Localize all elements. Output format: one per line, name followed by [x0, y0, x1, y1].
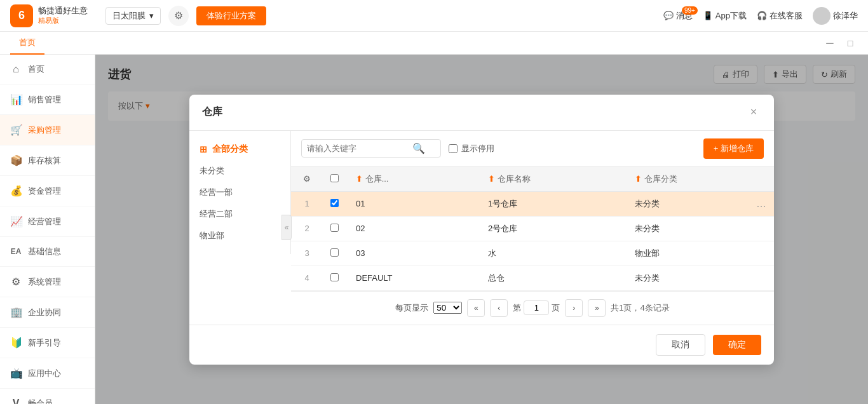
tab-home-label: 首页 — [19, 37, 36, 48]
sidebar-label-app-center: 应用中心 — [28, 368, 61, 379]
online-service-action[interactable]: 🎧 在线客服 — [757, 10, 803, 22]
category-item-unclassified[interactable]: 未分类 — [189, 160, 290, 182]
row-code: DEFAULT — [348, 266, 480, 290]
row-category: 物业部 — [627, 241, 774, 266]
store-selector[interactable]: 日太阳膜 ▾ — [105, 7, 161, 25]
col-name: ⬆ 仓库名称 — [480, 167, 627, 192]
sidebar-item-sales[interactable]: 📊 销售管理 — [0, 84, 95, 115]
minimize-button[interactable]: ─ — [822, 36, 837, 51]
user-action[interactable]: 徐泽华 — [813, 7, 858, 25]
sidebar-item-purchase[interactable]: 🛒 采购管理 — [0, 115, 95, 145]
category-item-dept1[interactable]: 经营一部 — [189, 182, 290, 203]
confirm-button[interactable]: 确定 — [713, 335, 761, 355]
purchase-icon: 🛒 — [10, 124, 22, 136]
table-row[interactable]: 3 03 水 物业部 — [291, 241, 774, 266]
sidebar-label-enterprise: 企业协同 — [28, 307, 61, 318]
collapse-category-button[interactable]: « — [281, 215, 292, 240]
table-header: ⚙ ⬆ 仓库... — [291, 167, 774, 192]
per-page-select[interactable]: 50 100 200 — [433, 302, 462, 314]
row-code: 01 — [348, 191, 480, 216]
row-checkbox[interactable] — [330, 199, 339, 207]
show-disabled-checkbox-label: 显示停用 — [449, 143, 494, 154]
logo-text-area: 畅捷通好生意 精易版 — [38, 6, 88, 26]
modal-close-button[interactable]: × — [746, 105, 761, 120]
sidebar-label-finance: 资金管理 — [28, 185, 61, 197]
search-input-wrapper: 🔍 — [301, 139, 441, 158]
page-input-group: 第 页 — [513, 300, 560, 315]
system-icon: ⚙ — [10, 276, 22, 288]
next-page-button[interactable]: › — [565, 299, 583, 317]
modal-footer: 取消 确定 — [189, 325, 774, 365]
app-subtext: 精易版 — [38, 16, 88, 25]
prev-page-button[interactable]: ‹ — [490, 299, 508, 317]
message-action[interactable]: 💬 消息 99+ — [663, 10, 693, 22]
row-checkbox-col — [323, 216, 348, 241]
user-avatar — [813, 7, 831, 25]
sidebar-label-purchase: 采购管理 — [28, 125, 61, 136]
category-item-dept2[interactable]: 经营二部 — [189, 203, 290, 225]
sidebar-label-sales: 销售管理 — [28, 94, 61, 105]
row-checkbox[interactable] — [330, 224, 339, 232]
row-settings-col: 3 — [291, 241, 323, 266]
page-unit: 页 — [552, 302, 560, 314]
modal-overlay: 仓库 × ⊞ 全部分类 — [95, 55, 868, 404]
trial-button[interactable]: 体验行业方案 — [196, 6, 266, 25]
row-num: 1 — [304, 199, 309, 208]
select-all-checkbox[interactable] — [330, 174, 339, 182]
category-panel-wrapper: ⊞ 全部分类 未分类 经营一部 经营二部 — [189, 131, 291, 325]
last-page-button[interactable]: » — [588, 299, 606, 317]
settings-col-icon: ⚙ — [303, 174, 311, 184]
cancel-button[interactable]: 取消 — [656, 334, 705, 356]
sidebar-item-enterprise[interactable]: 🏢 企业协同 — [0, 297, 95, 328]
sidebar-item-operation[interactable]: 📈 经营管理 — [0, 206, 95, 237]
sidebar-item-basic[interactable]: EA 基础信息 — [0, 237, 95, 267]
row-checkbox[interactable] — [330, 273, 339, 281]
maximize-button[interactable]: □ — [843, 36, 858, 51]
app-download-action[interactable]: 📱 App下载 — [703, 10, 747, 22]
row-code: 02 — [348, 216, 480, 241]
add-warehouse-button[interactable]: + 新增仓库 — [703, 138, 764, 159]
row-num: 2 — [304, 224, 309, 233]
category-item-property[interactable]: 物业部 — [189, 225, 290, 246]
sidebar-item-finance[interactable]: 💰 资金管理 — [0, 176, 95, 206]
sidebar-item-inventory[interactable]: 📦 库存核算 — [0, 145, 95, 176]
main-layout: ⌂ 首页 📊 销售管理 🛒 采购管理 📦 库存核算 💰 资金管理 📈 经营管理 … — [0, 55, 868, 404]
nav-tabs: 首页 ─ □ — [0, 32, 868, 55]
store-name: 日太阳膜 — [112, 10, 146, 22]
modal-title: 仓库 — [202, 105, 222, 119]
row-name: 1号仓库 — [480, 191, 627, 216]
tab-home[interactable]: 首页 — [10, 32, 44, 55]
table-row[interactable]: 4 DEFAULT 总仓 未分类 — [291, 266, 774, 290]
table: ⚙ ⬆ 仓库... — [291, 167, 774, 291]
sidebar-item-member[interactable]: V 畅会员 — [0, 389, 95, 404]
sidebar-item-system[interactable]: ⚙ 系统管理 — [0, 267, 95, 297]
sidebar-item-home[interactable]: ⌂ 首页 — [0, 55, 95, 84]
search-icon[interactable]: 🔍 — [412, 142, 425, 154]
table-row[interactable]: 1 01 1号仓库 未分类 … — [291, 191, 774, 216]
settings-button[interactable]: ⚙ — [168, 6, 189, 26]
page-number-input[interactable] — [524, 300, 549, 315]
search-input[interactable] — [307, 144, 409, 153]
sidebar-label-operation: 经营管理 — [28, 216, 61, 227]
first-page-button[interactable]: « — [467, 299, 485, 317]
row-more-button[interactable]: … — [756, 198, 766, 210]
content-area: 进货 🖨 打印 ⬆ 导出 ↻ 刷新 按以下 — [95, 55, 868, 404]
row-checkbox[interactable] — [330, 248, 339, 257]
col-code: ⬆ 仓库... — [348, 167, 480, 192]
sidebar-item-guide[interactable]: 🔰 新手引导 — [0, 328, 95, 358]
show-disabled-checkbox[interactable] — [449, 144, 458, 153]
table-row[interactable]: 2 02 2号仓库 未分类 — [291, 216, 774, 241]
row-settings-col: 2 — [291, 216, 323, 241]
row-num: 3 — [304, 248, 309, 258]
row-settings-col: 1 — [291, 191, 323, 216]
dropdown-arrow-icon: ▾ — [149, 11, 154, 20]
inventory-icon: 📦 — [10, 154, 22, 166]
member-icon: V — [10, 398, 22, 404]
row-checkbox-col — [323, 191, 348, 216]
per-page-label: 每页显示 — [395, 302, 428, 314]
col-settings: ⚙ — [291, 167, 323, 192]
operation-icon: 📈 — [10, 215, 22, 227]
category-all[interactable]: ⊞ 全部分类 — [189, 138, 290, 160]
sidebar-item-app-center[interactable]: 📺 应用中心 — [0, 358, 95, 389]
sidebar-label-guide: 新手引导 — [28, 337, 61, 349]
